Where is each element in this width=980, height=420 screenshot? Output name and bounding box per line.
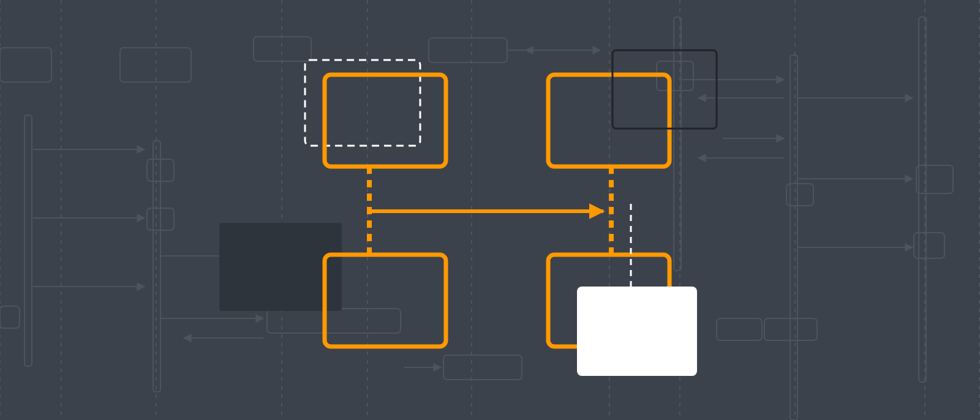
diagram-canvas <box>0 0 980 420</box>
white-filled-box <box>577 287 697 376</box>
